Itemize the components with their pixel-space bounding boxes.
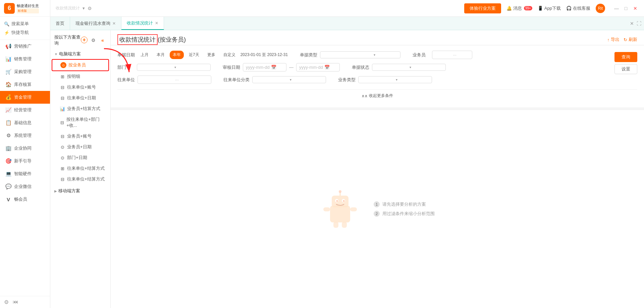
date-btn-custom[interactable]: 自定义 xyxy=(220,51,238,59)
content-area: 收款情况统计 (按业务员) ↑ 导出 ↻ 刷新 xyxy=(111,30,644,308)
tab-collection-stats-close[interactable]: ✕ xyxy=(155,21,158,25)
tab-collection-stats[interactable]: 收款情况统计 ✕ xyxy=(121,17,164,30)
logo-area: 6 畅捷通好生意 标准版 xyxy=(0,0,50,17)
quick-nav-item[interactable]: ⚡ 快捷导航 xyxy=(4,28,46,37)
online-service-btn[interactable]: 🎧 在线客服 xyxy=(566,5,590,11)
maximize-btn[interactable]: □ xyxy=(623,5,629,12)
partner-select[interactable]: ··· xyxy=(138,75,211,84)
sidebar-item-sales[interactable]: 📊 销售管理 xyxy=(0,53,50,65)
tab-expand-icon[interactable]: ⛶ xyxy=(637,21,641,26)
scheme-item-salesman-date[interactable]: ⊙ 业务员+日期 xyxy=(52,142,109,152)
scheme-settings-btn[interactable]: ⚙ xyxy=(90,37,97,44)
salesman-account-icon: ⊟ xyxy=(60,134,65,139)
scheme-group-mobile-title[interactable]: ▶ 移动端方案 xyxy=(50,186,110,196)
app-download-btn[interactable]: 📱 App下载 xyxy=(538,5,561,11)
salesman-dots[interactable]: ··· xyxy=(453,52,469,57)
sidebar-item-member[interactable]: V 畅会员 xyxy=(0,193,50,206)
sidebar-item-label: 采购管理 xyxy=(14,69,32,75)
mobile-group-arrow: ▶ xyxy=(54,189,57,193)
partner-account-label: 往来单位+账号 xyxy=(67,84,96,90)
refresh-btn[interactable]: ↻ 刷新 xyxy=(624,37,637,43)
scheme-item-partner-date[interactable]: ⊟ 往来单位+日期 xyxy=(52,93,109,103)
scheme-item-dept-date[interactable]: ⊙ 部门+日期 xyxy=(52,152,109,163)
search-menu-item[interactable]: 🔍 搜索菜单 xyxy=(4,19,46,28)
scheme-item-salesman-account[interactable]: ⊟ 业务员+账号 xyxy=(52,131,109,142)
sidebar-item-finance[interactable]: 💰 资金管理 xyxy=(0,91,50,104)
partner-date-label: 往来单位+日期 xyxy=(67,95,96,101)
quick-nav-icon: ⚡ xyxy=(4,30,9,35)
partner-dots[interactable]: ··· xyxy=(175,77,208,82)
sidebar-item-inventory[interactable]: 🏠 库存核算 xyxy=(0,78,50,91)
partner-category-select[interactable]: ▾ xyxy=(252,76,326,83)
date-dash: — xyxy=(289,65,293,70)
empty-content: 1 请先选择要分析的方案 2 用过滤条件来缩小分析范围 xyxy=(320,189,435,229)
empty-robot-illustration xyxy=(320,189,360,229)
scheme-item-partner-settle2[interactable]: ⊟ 往来单位+结算方式 xyxy=(52,174,109,185)
sidebar-item-marketing[interactable]: 📢 营销推广 xyxy=(0,40,50,53)
sidebar-item-operations[interactable]: 📈 经营管理 xyxy=(0,104,50,116)
minimize-btn[interactable]: — xyxy=(613,5,620,12)
scheme-item-by-detail[interactable]: ⊞ 按明细 xyxy=(52,71,109,82)
calendar-icon-from: 📅 xyxy=(271,65,276,70)
trial-btn[interactable]: 体验行业方案 xyxy=(464,3,501,13)
voucher-status-select[interactable]: ▾ xyxy=(372,64,446,71)
notification-count: 99+ xyxy=(524,6,532,10)
sidebar-item-wechat[interactable]: 💬 企业微信 xyxy=(0,180,50,193)
date-btn-this-year[interactable]: 本年 xyxy=(170,51,184,59)
settings-bottom-icon[interactable]: ⚙ xyxy=(4,299,9,305)
review-date-to-input[interactable]: yyyy-mm-dd 📅 xyxy=(296,63,340,71)
sidebar-item-purchase[interactable]: 🛒 采购管理 xyxy=(0,65,50,78)
tab-home-label: 首页 xyxy=(56,20,64,27)
logo-badge: 标准版 xyxy=(17,8,39,13)
notification-btn[interactable]: 🔔 消息 99+ xyxy=(506,5,532,11)
sidebar-item-basic[interactable]: 📋 基础信息 xyxy=(0,116,50,129)
scheme-group-pc-title[interactable]: ▼ 电脑端方案 xyxy=(50,49,110,59)
scheme-item-partner-settle1[interactable]: ⊞ 往来单位+结算方式 xyxy=(52,163,109,174)
date-btn-more[interactable]: 更多 xyxy=(204,51,218,59)
collapse-more-bar[interactable]: ∧∧ 收起更多条件 xyxy=(117,89,637,102)
export-btn[interactable]: ↑ 导出 xyxy=(607,37,620,43)
header-left: 收款情况统计 ▾ ⚙ xyxy=(56,5,92,11)
biz-type-select[interactable]: ▾ xyxy=(358,76,432,83)
scheme-item-by-partner-dept[interactable]: ⊟ 按往来单位+部门+收... xyxy=(52,114,109,131)
sidebar-item-label: 库存核算 xyxy=(14,82,32,88)
sidebar-item-label: 企业微信 xyxy=(14,184,32,190)
dept-label: 部门 xyxy=(117,64,134,70)
tab-bank-flow[interactable]: 现金银行流水查询 ✕ xyxy=(70,17,121,30)
date-btn-last-month[interactable]: 上月 xyxy=(138,51,152,59)
review-date-from-input[interactable]: yyyy-mm-dd 📅 xyxy=(243,63,286,71)
scheme-item-partner-account[interactable]: ⊟ 往来单位+账号 xyxy=(52,82,109,93)
sidebar-item-hardware[interactable]: 💻 智能硬件 xyxy=(0,167,50,180)
tab-close-all-icon[interactable]: ✕ xyxy=(630,21,634,26)
tabs-bar: 首页 现金银行流水查询 ✕ 收款情况统计 ✕ ✕ ⛶ xyxy=(50,17,644,30)
query-button[interactable]: 查询 xyxy=(614,52,637,62)
voucher-type-select[interactable]: ▾ xyxy=(320,51,400,58)
add-scheme-btn[interactable]: + xyxy=(81,37,88,43)
sidebar-item-corp[interactable]: 🏢 企业协同 xyxy=(0,142,50,155)
sidebar-item-label: 企业协同 xyxy=(14,145,32,151)
sidebar-item-label: 畅会员 xyxy=(14,196,27,202)
sidebar-item-system[interactable]: ⚙ 系统管理 xyxy=(0,129,50,142)
date-btn-this-month[interactable]: 本月 xyxy=(154,51,168,59)
close-btn[interactable]: ✕ xyxy=(632,5,639,12)
tab-home[interactable]: 首页 xyxy=(50,17,70,30)
settings-button[interactable]: 设置 xyxy=(614,64,637,74)
dept-select[interactable]: ▾ xyxy=(137,64,211,71)
tab-bank-flow-close[interactable]: ✕ xyxy=(112,21,116,26)
sidebar-item-guide[interactable]: 🎯 新手引导 xyxy=(0,155,50,167)
scheme-item-by-salesman[interactable]: ⊙ 按业务员 xyxy=(52,59,109,71)
svg-point-4 xyxy=(336,200,338,202)
salesman-select[interactable]: ··· xyxy=(432,51,472,59)
header-settings-icon[interactable]: ⚙ xyxy=(88,6,92,11)
pc-group-label: 电脑端方案 xyxy=(59,51,81,57)
header-dropdown-icon[interactable]: ▾ xyxy=(83,6,85,11)
user-avatar-area[interactable]: Rit xyxy=(596,4,605,13)
voucher-type-arrow: ▾ xyxy=(374,53,397,57)
collapse-scheme-btn[interactable]: « xyxy=(99,37,106,44)
scheme-item-salesman-settle[interactable]: 📊 业务员+结算方式 xyxy=(52,103,109,114)
header-icon-group: 🔔 消息 99+ 📱 App下载 🎧 在线客服 Rit xyxy=(506,4,605,13)
voucher-status-arrow: ▾ xyxy=(410,65,443,69)
date-btn-7days[interactable]: 近7天 xyxy=(186,51,202,59)
page-title-wrapper: 收款情况统计 (按业务员) xyxy=(117,34,186,45)
collapse-sidebar-icon[interactable]: ⏮ xyxy=(13,299,18,305)
